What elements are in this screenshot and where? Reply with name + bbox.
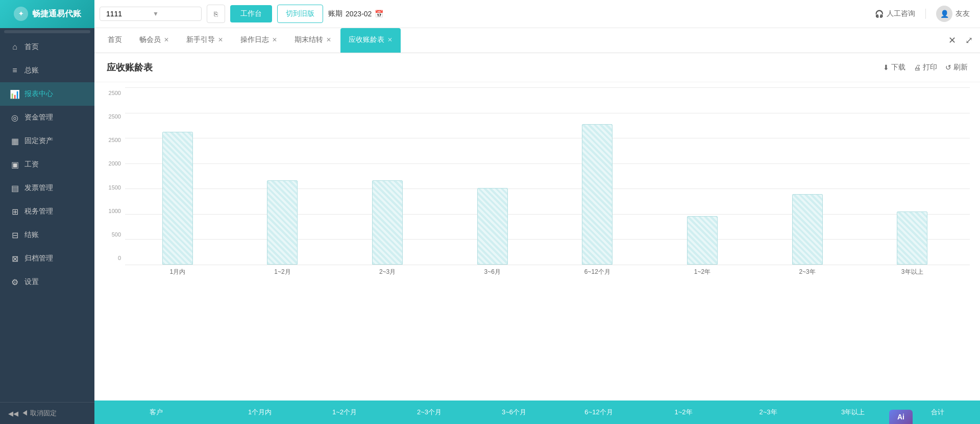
sidebar-item-archive[interactable]: ⊠ 归档管理 bbox=[0, 247, 94, 270]
tab-ar-aging-label: 应收账龄表 bbox=[349, 35, 384, 44]
y-label-1500: 1500 bbox=[109, 184, 121, 191]
sidebar-item-tax[interactable]: ⊞ 税务管理 bbox=[0, 200, 94, 223]
x-label-3-6m: 3~6月 bbox=[477, 268, 508, 276]
pin-icon: ◀◀ bbox=[8, 410, 18, 417]
bar-group-6 bbox=[687, 216, 718, 265]
avatar: 👤 bbox=[936, 6, 952, 22]
dropdown-arrow-icon: ▼ bbox=[153, 10, 195, 17]
y-label-0: 0 bbox=[118, 255, 121, 261]
expand-tab-button[interactable]: ⤢ bbox=[963, 33, 975, 48]
tab-home[interactable]: 首页 bbox=[100, 28, 130, 53]
bar-1-2y bbox=[687, 216, 718, 265]
th-6-12m: 6~12个月 bbox=[556, 408, 641, 417]
sidebar-item-salary[interactable]: ▣ 工资 bbox=[0, 153, 94, 176]
th-3y-plus: 3年以上 bbox=[811, 408, 895, 417]
ai-badge[interactable]: Ai bbox=[889, 410, 913, 424]
sidebar-label-home: 首页 bbox=[24, 42, 39, 52]
tab-oplog[interactable]: 操作日志 ✕ bbox=[232, 28, 285, 53]
page-title: 应收账龄表 bbox=[107, 61, 153, 74]
grid-line-bottom bbox=[125, 265, 970, 265]
logo: ✦ 畅捷通易代账 bbox=[0, 0, 94, 28]
chart-area: 2500 2500 2500 2000 1500 1000 500 0 bbox=[94, 82, 980, 401]
bar-group-4 bbox=[477, 188, 508, 265]
sidebar-item-invoice[interactable]: ▤ 发票管理 bbox=[0, 176, 94, 200]
th-3-6m: 3~6个月 bbox=[472, 408, 556, 417]
x-labels: 1月内 1~2月 2~3月 3~6月 6~12个月 1~2年 2~3年 3年以上 bbox=[125, 265, 970, 276]
logo-icon: ✦ bbox=[14, 7, 28, 21]
bar-group-2 bbox=[267, 180, 298, 265]
sidebar-label-settings: 设置 bbox=[24, 277, 39, 287]
sidebar-item-settlement[interactable]: ⊟ 结账 bbox=[0, 223, 94, 247]
bar-6-12m bbox=[582, 124, 612, 265]
close-ar-aging-icon[interactable]: ✕ bbox=[387, 36, 393, 43]
th-1-2y: 1~2年 bbox=[641, 408, 726, 417]
tab-actions: ✕ ⤢ bbox=[946, 33, 975, 48]
th-2-3y: 2~3年 bbox=[726, 408, 811, 417]
company-selector[interactable]: 1111 ▼ bbox=[100, 7, 202, 21]
print-icon: 🖨 bbox=[914, 63, 921, 72]
close-period-end-icon[interactable]: ✕ bbox=[326, 36, 331, 43]
sidebar-item-funds[interactable]: ◎ 资金管理 bbox=[0, 106, 94, 129]
bar-2-3y bbox=[792, 194, 823, 265]
bar-group-1 bbox=[162, 132, 193, 265]
workbench-button[interactable]: 工作台 bbox=[230, 5, 272, 22]
tab-guide-label: 新手引导 bbox=[186, 35, 215, 44]
ledger-icon: ≡ bbox=[10, 66, 19, 75]
close-oplog-icon[interactable]: ✕ bbox=[272, 36, 277, 43]
sidebar-label-assets: 固定资产 bbox=[24, 136, 53, 146]
y-axis: 2500 2500 2500 2000 1500 1000 500 0 bbox=[105, 87, 125, 276]
user-button[interactable]: 👤 友友 bbox=[936, 6, 970, 22]
bar-chart: 2500 2500 2500 2000 1500 1000 500 0 bbox=[105, 87, 970, 276]
archive-icon: ⊠ bbox=[10, 254, 19, 263]
y-label-1000: 1000 bbox=[109, 208, 121, 214]
sidebar-item-home[interactable]: ⌂ 首页 bbox=[0, 35, 94, 59]
settings-icon: ⚙ bbox=[10, 277, 19, 287]
download-button[interactable]: ⬇ 下载 bbox=[883, 63, 905, 72]
switch-version-button[interactable]: 切到旧版 bbox=[277, 5, 323, 23]
bar-group-8 bbox=[897, 211, 927, 265]
tabs-bar: 首页 畅会员 ✕ 新手引导 ✕ 操作日志 ✕ 期末结转 ✕ 应收账龄表 ✕ bbox=[94, 28, 980, 53]
calendar-icon[interactable]: 📅 bbox=[375, 10, 383, 18]
tab-home-label: 首页 bbox=[108, 35, 122, 44]
chart-inner: 1月内 1~2月 2~3月 3~6月 6~12个月 1~2年 2~3年 3年以上 bbox=[125, 87, 970, 276]
sidebar-item-reports[interactable]: 📊 报表中心 bbox=[0, 82, 94, 106]
bar-group-7 bbox=[792, 194, 823, 265]
page-header: 应收账龄表 ⬇ 下载 🖨 打印 ↺ 刷新 bbox=[94, 53, 980, 82]
sidebar-footer-pin[interactable]: ◀◀ ◀ 取消固定 bbox=[0, 402, 94, 424]
tab-guide[interactable]: 新手引导 ✕ bbox=[178, 28, 231, 53]
scroll-indicator-top bbox=[4, 30, 90, 33]
sidebar-label-ledger: 总账 bbox=[24, 66, 39, 75]
close-tab-button[interactable]: ✕ bbox=[946, 33, 958, 48]
print-button[interactable]: 🖨 打印 bbox=[914, 63, 937, 72]
content-area: 首页 畅会员 ✕ 新手引导 ✕ 操作日志 ✕ 期末结转 ✕ 应收账龄表 ✕ bbox=[94, 28, 980, 424]
sidebar-footer-label: ◀ 取消固定 bbox=[21, 409, 57, 418]
copy-button[interactable]: ⎘ bbox=[207, 5, 225, 23]
tab-member[interactable]: 畅会员 ✕ bbox=[131, 28, 177, 53]
tab-ar-aging[interactable]: 应收账龄表 ✕ bbox=[340, 28, 401, 53]
refresh-button[interactable]: ↺ 刷新 bbox=[945, 63, 968, 72]
logo-text: 畅捷通易代账 bbox=[32, 9, 81, 19]
sidebar-label-archive: 归档管理 bbox=[24, 254, 53, 263]
chart-grid bbox=[125, 87, 970, 265]
sidebar-item-ledger[interactable]: ≡ 总账 bbox=[0, 59, 94, 82]
home-icon: ⌂ bbox=[10, 42, 19, 52]
sidebar-item-settings[interactable]: ⚙ 设置 bbox=[0, 270, 94, 294]
tab-oplog-label: 操作日志 bbox=[240, 35, 269, 44]
consultant-button[interactable]: 🎧 人工咨询 bbox=[875, 9, 915, 18]
bar-1m bbox=[162, 132, 193, 265]
refresh-label: 刷新 bbox=[953, 63, 968, 72]
x-label-2-3y: 2~3年 bbox=[792, 268, 823, 276]
download-label: 下载 bbox=[891, 63, 905, 72]
close-guide-icon[interactable]: ✕ bbox=[218, 36, 223, 43]
username: 友友 bbox=[955, 9, 970, 18]
invoice-icon: ▤ bbox=[10, 183, 19, 193]
sidebar-item-assets[interactable]: ▦ 固定资产 bbox=[0, 129, 94, 153]
close-member-icon[interactable]: ✕ bbox=[164, 36, 169, 43]
period-label: 账期 bbox=[328, 9, 342, 18]
right-tools: 🎧 人工咨询 👤 友友 bbox=[875, 6, 970, 22]
copy-icon: ⎘ bbox=[214, 10, 218, 18]
tab-period-end[interactable]: 期末结转 ✕ bbox=[286, 28, 339, 53]
bars-container bbox=[125, 87, 970, 265]
consultant-label: 人工咨询 bbox=[887, 9, 915, 18]
settlement-icon: ⊟ bbox=[10, 230, 19, 240]
